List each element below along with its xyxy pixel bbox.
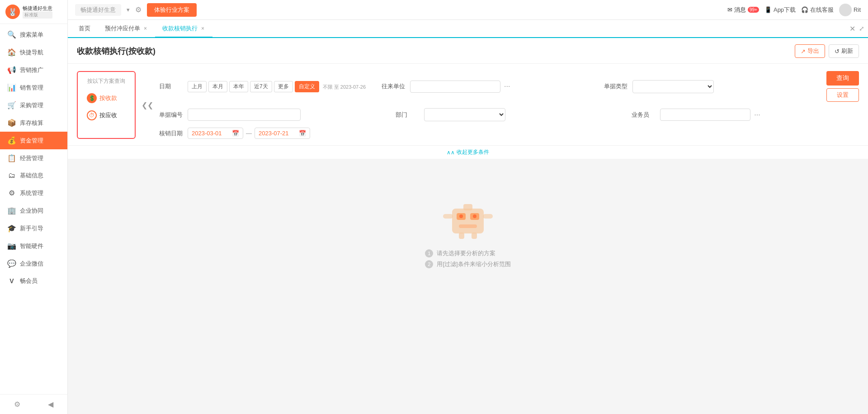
sidebar-item-purchase[interactable]: 🛒 采购管理 [0,96,67,114]
sidebar-item-corp[interactable]: 🏢 企业协同 [0,202,67,219]
sidebar-item-finance[interactable]: 💰 资金管理 [0,132,67,149]
date-btn-7days[interactable]: 近7天 [250,81,272,92]
calendar-end-icon[interactable]: 📅 [299,130,306,137]
refresh-btn[interactable]: ↺ 刷新 [829,44,859,58]
date-btn-more[interactable]: 更多 [274,81,293,92]
sidebar-item-marketing[interactable]: 📢 营销推广 [0,61,67,79]
dropdown-icon[interactable]: ▾ [127,6,130,13]
date-btn-this-year[interactable]: 本年 [229,81,248,92]
tip-text-1: 请先选择要分析的方案 [437,249,495,257]
filter-by-receipt[interactable]: 💲 按收款 [81,90,131,107]
sales-icon: 📊 [7,83,16,92]
guide-icon: 🎓 [7,224,16,233]
export-btn[interactable]: ↗ 导出 [795,44,825,58]
dept-select[interactable] [424,108,505,121]
page-header: 收款核销执行(按收款) ↗ 导出 ↺ 刷新 [68,38,868,64]
filter-by-receipt-label: 按收款 [99,94,117,102]
tab-prepay-close[interactable]: × [143,24,148,33]
gear-icon[interactable]: ⚙ [135,5,142,14]
svg-rect-0 [452,209,484,233]
online-service-btn[interactable]: 🎧 在线客服 [801,6,834,14]
filter-area: 按以下方案查询 💲 按收款 ⏱ 按应收 ❮❮ 日期 [68,64,868,146]
date-label: 日期 [159,82,184,90]
sidebar-item-vip[interactable]: V 畅会员 [0,272,67,290]
collapse-left-btn[interactable]: ❮❮ [143,71,152,139]
date-btn-last-month[interactable]: 上月 [188,81,207,92]
tab-home[interactable]: 首页 [71,20,98,38]
vip-icon: V [7,277,16,285]
writeoff-end-wrap: 📅 [255,128,310,139]
refresh-icon: ↺ [835,48,840,55]
industry-btn[interactable]: 体验行业方案 [147,3,197,17]
tip-text-2: 用[过滤]条件来缩小分析范围 [437,260,510,268]
service-icon: 🎧 [801,6,808,13]
receipt-icon: 💲 [87,93,97,103]
salesperson-dots[interactable]: ··· [754,111,760,119]
app-label: App下载 [774,6,796,14]
sidebar-item-search[interactable]: 🔍 搜索菜单 [0,26,67,43]
tab-bar-actions: ✕ ⤢ [849,24,864,33]
filter-scheme-title: 按以下方案查询 [81,77,131,85]
tab-collection[interactable]: 收款核销执行 × [155,20,212,38]
filter-scheme-panel: 按以下方案查询 💲 按收款 ⏱ 按应收 [77,71,136,139]
writeoff-start-input[interactable] [192,130,230,137]
sidebar-item-wechat[interactable]: 💬 企业微信 [0,255,67,272]
user-btn[interactable]: Rit [839,4,861,16]
counterpart-dots[interactable]: ··· [504,82,510,90]
filter-by-receivable-label: 按应收 [99,111,117,119]
calendar-start-icon[interactable]: 📅 [232,130,239,137]
page-title: 收款核销执行(按收款) [77,46,156,62]
date-btn-this-month[interactable]: 本月 [208,81,227,92]
sidebar-item-hardware[interactable]: 📷 智能硬件 [0,237,67,255]
tab-prepay[interactable]: 预付冲应付单 × [98,20,155,38]
main-area: 畅捷通好生意 ▾ ⚙ 体验行业方案 ✉ 消息 99+ 📱 App下载 🎧 在线客… [68,0,868,414]
sidebar-item-sales[interactable]: 📊 销售管理 [0,79,67,96]
dept-label: 部门 [396,111,420,119]
breadcrumb-text: 畅捷通好生意 [80,6,116,14]
settings-bottom-btn[interactable]: ⚙ [10,398,24,410]
collapse-more-bar[interactable]: ∧∧ 收起更多条件 [68,145,868,159]
svg-rect-4 [463,204,472,210]
filter-by-receivable[interactable]: ⏱ 按应收 [81,107,131,124]
doc-number-input[interactable] [188,109,301,121]
tab-maximize-icon[interactable]: ⤢ [859,25,864,32]
doc-type-select[interactable] [632,80,714,93]
sidebar-bottom: ⚙ ◀ [0,394,67,414]
tab-collection-close[interactable]: × [200,24,205,33]
query-btn[interactable]: 查询 [826,71,859,86]
counterpart-input[interactable] [410,81,500,93]
tab-bar: 首页 预付冲应付单 × 收款核销执行 × ✕ ⤢ [68,20,868,38]
user-name: Rit [854,6,861,13]
sidebar-item-shortcut[interactable]: 🏠 快捷导航 [0,43,67,61]
logo-icon: 🐰 [5,5,20,19]
sidebar-item-inventory[interactable]: 📦 库存核算 [0,114,67,132]
message-btn[interactable]: ✉ 消息 99+ [727,6,759,14]
sidebar: 🐰 畅捷通好生意 标准版 🔍 搜索菜单 🏠 快捷导航 📢 营销推广 📊 销售管理… [0,0,68,414]
writeoff-date-label: 核销日期 [159,129,184,138]
tip-num-2: 2 [425,260,433,268]
svg-point-6 [473,214,476,218]
setting-btn[interactable]: 设置 [826,88,859,102]
writeoff-end-input[interactable] [259,130,297,137]
app-download-btn[interactable]: 📱 App下载 [764,6,796,14]
svg-rect-8 [472,233,477,239]
tip-num-1: 1 [425,249,433,257]
salesperson-input[interactable] [660,109,750,121]
sidebar-nav: 🔍 搜索菜单 🏠 快捷导航 📢 营销推广 📊 销售管理 🛒 采购管理 📦 库存核… [0,24,67,394]
sidebar-item-guide[interactable]: 🎓 新手引导 [0,219,67,237]
basic-icon: 🗂 [7,171,16,180]
empty-tip-1: 1 请先选择要分析的方案 [425,249,510,257]
tab-collection-label: 收款核销执行 [162,24,198,33]
sidebar-item-ops[interactable]: 📋 经营管理 [0,149,67,167]
home-icon: 🏠 [7,48,16,57]
tab-close-all-icon[interactable]: ✕ [849,24,855,33]
filter-actions: 查询 设置 [826,71,859,102]
sidebar-item-basic[interactable]: 🗂 基础信息 [0,167,67,184]
date-btn-custom[interactable]: 自定义 [295,81,319,92]
export-label: 导出 [807,47,819,55]
system-icon: ⚙ [7,189,16,197]
collapse-sidebar-btn[interactable]: ◀ [44,398,57,410]
empty-illustration [441,195,495,240]
tab-prepay-label: 预付冲应付单 [105,24,140,33]
sidebar-item-system[interactable]: ⚙ 系统管理 [0,184,67,202]
